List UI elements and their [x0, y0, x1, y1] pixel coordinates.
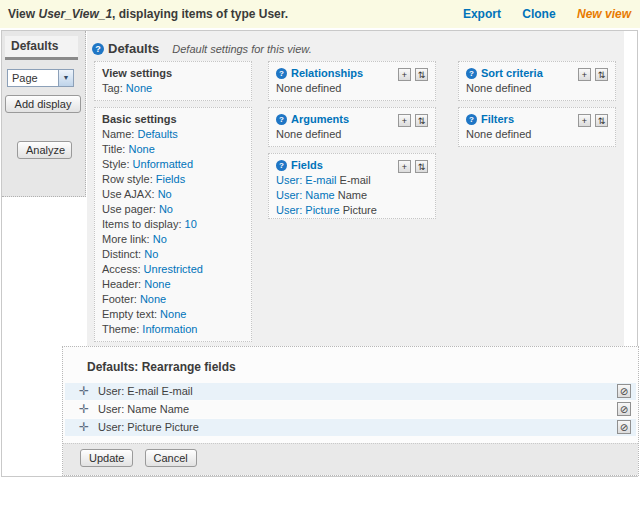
add-field-button[interactable]: + [398, 160, 411, 173]
relationships-box: ? Relationships + ⇅ None defined [268, 61, 436, 101]
help-icon[interactable]: ? [466, 68, 477, 79]
add-sort-button[interactable]: + [578, 68, 591, 81]
field-link[interactable]: User: Picture [276, 204, 340, 216]
add-filter-button[interactable]: + [578, 114, 591, 127]
field-link[interactable]: User: E-mail [276, 174, 337, 186]
export-link[interactable]: Export [463, 7, 501, 21]
new-view-link[interactable]: New view [577, 7, 631, 21]
setting-label: Style: [102, 158, 130, 170]
display-type-value: Page [12, 72, 38, 84]
rearrange-arguments-button[interactable]: ⇅ [415, 114, 428, 127]
setting-row: Use pager: No [102, 202, 244, 217]
fields-link[interactable]: Fields [291, 158, 323, 173]
sort-criteria-buttons: + ⇅ [577, 66, 608, 81]
drag-handle-icon[interactable]: ✛ [79, 420, 89, 434]
help-icon[interactable]: ? [276, 160, 287, 171]
analyze-button[interactable]: Analyze [17, 141, 72, 159]
setting-label: Empty text: [102, 308, 157, 320]
add-relationship-button[interactable]: + [398, 68, 411, 81]
field-row: User: E-mail E-mail [276, 173, 428, 188]
fields-buttons: + ⇅ [397, 158, 428, 173]
setting-value-link[interactable]: None [160, 308, 186, 320]
setting-row: Name: Defaults [102, 127, 244, 142]
remove-field-button[interactable]: ⊘ [617, 420, 631, 434]
fields-header: ? Fields + ⇅ [276, 158, 428, 173]
display-settings-panel: ? Defaults Default settings for this vie… [87, 31, 624, 346]
field-link[interactable]: User: Name [276, 189, 335, 201]
setting-value-link[interactable]: None [144, 278, 170, 290]
rearrange-panel-title: Defaults: Rearrange fields [63, 347, 638, 383]
setting-value-link[interactable]: No [153, 233, 167, 245]
setting-value-link[interactable]: Fields [156, 173, 185, 185]
rearrange-relationships-button[interactable]: ⇅ [415, 68, 428, 81]
add-display-button[interactable]: Add display [5, 95, 81, 113]
rearrange-row-label: User: Picture Picture [98, 421, 199, 433]
fields-box: ? Fields + ⇅ User: E-mail E-mail User: N… [268, 153, 436, 219]
view-title-prefix: View [8, 7, 38, 21]
setting-value-link[interactable]: Information [142, 323, 197, 335]
rearrange-row: ✛ User: Picture Picture ⊘ [65, 419, 636, 436]
setting-value-link[interactable]: None [140, 293, 166, 305]
setting-row: Items to display: 10 [102, 217, 244, 232]
rearrange-rows: ✛ User: E-mail E-mail ⊘ ✛ User: Name Nam… [65, 383, 636, 436]
drag-handle-icon[interactable]: ✛ [79, 384, 89, 398]
rearrange-row-label: User: Name Name [98, 403, 189, 415]
setting-row: Row style: Fields [102, 172, 244, 187]
arguments-box: ? Arguments + ⇅ None defined [268, 107, 436, 147]
setting-row: Theme: Information [102, 322, 244, 337]
view-title: View User_View_1, displaying items of ty… [8, 7, 288, 21]
views-edit-page: View User_View_1, displaying items of ty… [0, 0, 640, 510]
setting-value-link[interactable]: No [158, 188, 172, 200]
remove-field-button[interactable]: ⊘ [617, 402, 631, 416]
setting-value-link[interactable]: Defaults [137, 128, 177, 140]
display-type-select[interactable]: Page ▼ [7, 69, 74, 87]
setting-label: Header: [102, 278, 141, 290]
help-icon[interactable]: ? [276, 114, 287, 125]
rearrange-filters-button[interactable]: ⇅ [595, 114, 608, 127]
setting-row: Empty text: None [102, 307, 244, 322]
setting-value-link[interactable]: No [159, 203, 173, 215]
rearrange-fields-panel: Defaults: Rearrange fields ✛ User: E-mai… [62, 346, 639, 476]
filters-buttons: + ⇅ [577, 112, 608, 127]
relationships-empty-text: None defined [276, 81, 428, 96]
setting-label: Use pager: [102, 203, 156, 215]
sort-criteria-link[interactable]: Sort criteria [481, 66, 543, 81]
setting-row: Title: None [102, 142, 244, 157]
setting-row: Access: Unrestricted [102, 262, 244, 277]
view-settings-box: View settings Tag: None [94, 61, 252, 101]
setting-value-link[interactable]: Unformatted [133, 158, 194, 170]
relationships-buttons: + ⇅ [397, 66, 428, 81]
view-title-suffix: , displaying items of type User. [112, 7, 288, 21]
arguments-buttons: + ⇅ [397, 112, 428, 127]
setting-value-link[interactable]: 10 [185, 218, 197, 230]
dropdown-arrow-icon: ▼ [58, 70, 73, 86]
display-sidebar: Defaults Page ▼ Add display Analyze [2, 31, 86, 197]
setting-label: Distinct: [102, 248, 141, 260]
help-icon[interactable]: ? [92, 43, 104, 55]
help-icon[interactable]: ? [466, 114, 477, 125]
tag-value-link[interactable]: None [126, 82, 152, 94]
relationships-link[interactable]: Relationships [291, 66, 363, 81]
setting-label: Use AJAX: [102, 188, 155, 200]
add-argument-button[interactable]: + [398, 114, 411, 127]
rearrange-sorts-button[interactable]: ⇅ [595, 68, 608, 81]
remove-field-button[interactable]: ⊘ [617, 384, 631, 398]
clone-link[interactable]: Clone [522, 7, 555, 21]
setting-value-link[interactable]: None [129, 143, 155, 155]
setting-value-link[interactable]: No [144, 248, 158, 260]
help-icon[interactable]: ? [276, 68, 287, 79]
arguments-link[interactable]: Arguments [291, 112, 349, 127]
setting-value-link[interactable]: Unrestricted [144, 263, 203, 275]
update-button[interactable]: Update [80, 449, 133, 467]
filters-box: ? Filters + ⇅ None defined [458, 107, 616, 147]
filters-link[interactable]: Filters [481, 112, 514, 127]
cancel-button[interactable]: Cancel [145, 449, 197, 467]
setting-label: Name: [102, 128, 134, 140]
sort-criteria-box: ? Sort criteria + ⇅ None defined [458, 61, 616, 101]
setting-label: Access: [102, 263, 141, 275]
filters-empty-text: None defined [466, 127, 608, 142]
rearrange-fields-button[interactable]: ⇅ [415, 160, 428, 173]
tab-defaults[interactable]: Defaults [5, 36, 78, 60]
drag-handle-icon[interactable]: ✛ [79, 402, 89, 416]
view-action-links: Export Clone New view [445, 7, 631, 21]
